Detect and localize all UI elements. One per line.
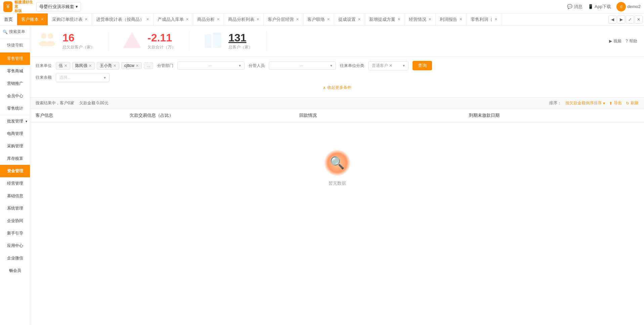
tab-cost-in[interactable]: 产成品入库单 ✕ bbox=[154, 13, 193, 26]
close-tab-customer-contact[interactable]: ✕ bbox=[327, 17, 330, 22]
tab-operation-status[interactable]: 经营情况 ✕ bbox=[405, 13, 436, 26]
video-icon: ▶ bbox=[609, 39, 612, 43]
tab-promotion-settings[interactable]: 提成设置 ✕ bbox=[334, 13, 365, 26]
filter-tag-2[interactable]: 王小亮 ✕ bbox=[97, 62, 119, 70]
sidebar-item-system[interactable]: 系统管理 bbox=[0, 202, 30, 215]
sidebar-item-marketing[interactable]: 营销推广 bbox=[0, 77, 30, 90]
help-btn[interactable]: ? 帮助 bbox=[626, 38, 637, 44]
sidebar-item-retail-stats[interactable]: 零售统计 bbox=[0, 102, 30, 115]
nav-expand-btn[interactable]: ⤢ bbox=[626, 15, 634, 24]
sidebar-item-wholesale[interactable]: 批发管理 bbox=[0, 115, 30, 128]
dept-select[interactable]: ··· ▾ bbox=[177, 62, 245, 70]
filter-row-1: 往来单位 伍 ✕ 陈民强 ✕ 王小亮 ✕ cjttcw bbox=[36, 61, 639, 70]
tab-goods-analysis-list[interactable]: 商品分析列表 ✕ bbox=[224, 13, 264, 26]
refresh-btn[interactable]: ↻ 刷新 bbox=[626, 100, 639, 106]
sidebar-item-finance[interactable]: 资金管理 bbox=[0, 165, 30, 177]
tab-purchase-orders[interactable]: 采购订单统计表 ✕ bbox=[48, 13, 92, 26]
close-tag-1[interactable]: ✕ bbox=[89, 64, 92, 68]
sidebar-item-inventory[interactable]: 库存核算 bbox=[0, 152, 30, 165]
filter-tag-3[interactable]: cjttcw ✕ bbox=[121, 62, 142, 69]
logo-area: ¥ 畅捷通好生意 标版 bbox=[3, 0, 34, 13]
nav-next-btn[interactable]: ▶ bbox=[617, 15, 625, 24]
user-avatar[interactable]: d demo2 bbox=[616, 2, 641, 11]
logo-icon: ¥ bbox=[3, 1, 12, 12]
sidebar-item-quick-nav[interactable]: 快捷导航 bbox=[1, 40, 29, 50]
close-tag-2[interactable]: ✕ bbox=[113, 64, 116, 68]
tab-customer-segment[interactable]: 客户分层经营 ✕ bbox=[264, 13, 303, 26]
tab-profit-report[interactable]: 利润报告 ✕ bbox=[436, 13, 467, 26]
sidebar-item-purchase[interactable]: 采购管理 bbox=[0, 140, 30, 152]
sidebar-item-enterprise-collab[interactable]: 企业协同 bbox=[0, 215, 30, 227]
search-icon: 🔍 bbox=[3, 30, 8, 34]
close-tab-promotion-settings[interactable]: ✕ bbox=[358, 17, 361, 22]
close-tab-cost-in[interactable]: ✕ bbox=[186, 17, 189, 22]
tab-home[interactable]: 首页 bbox=[0, 13, 17, 26]
filter-tag-1[interactable]: 陈民强 ✕ bbox=[72, 62, 95, 70]
filter-tag-more[interactable]: ... bbox=[144, 62, 153, 69]
sidebar-item-vip-member[interactable]: 畅会员 bbox=[0, 264, 30, 277]
chevron-down-icon: ▾ bbox=[76, 4, 78, 9]
sort-select[interactable]: 按欠款金额倒序排序 ▾ bbox=[565, 100, 605, 106]
close-tab-purchase-orders[interactable]: ✕ bbox=[85, 17, 88, 22]
sidebar-item-app-center[interactable]: 应用中心 bbox=[0, 240, 30, 252]
stat-total-customers: 131 总客户（家） bbox=[203, 31, 266, 51]
top-bar: ¥ 畅捷通好生意 标版 母婴行业演示账套 ▾ 💬 消息 📱 App下载 d de… bbox=[0, 0, 644, 13]
collapse-btn[interactable]: ∧ 收起更多条件 bbox=[320, 83, 354, 92]
close-tab-customer-segment[interactable]: ✕ bbox=[296, 17, 299, 22]
stat-arrears-value: -2.11 bbox=[147, 32, 176, 43]
sidebar-item-retail-mall[interactable]: 零售商城 bbox=[0, 65, 30, 77]
sidebar-item-new-guide[interactable]: 新手引导 bbox=[0, 227, 30, 240]
tab-goods-analysis[interactable]: 商品分析 ✕ bbox=[193, 13, 224, 26]
help-icon: ? bbox=[626, 39, 628, 43]
svg-marker-4 bbox=[124, 33, 140, 48]
filter-row-2: 往来余额 选择... ▾ bbox=[36, 73, 639, 82]
stats-help: ▶ 视频 ? 帮助 bbox=[609, 38, 637, 44]
col-due-date: 到期未放款日期 bbox=[469, 112, 639, 118]
svg-point-0 bbox=[41, 33, 46, 39]
refresh-icon: ↻ bbox=[626, 101, 629, 106]
tab-purchase-stats[interactable]: 进货单统计表（按商品） ✕ bbox=[92, 13, 154, 26]
close-tab-new-promotion[interactable]: ✕ bbox=[397, 17, 400, 22]
close-tab-profit-report[interactable]: ✕ bbox=[459, 17, 462, 22]
arrears-icon: ! bbox=[122, 31, 142, 51]
close-tab-goods-analysis-list[interactable]: ✕ bbox=[256, 17, 259, 22]
messages-btn[interactable]: 💬 消息 bbox=[567, 4, 583, 10]
account-selector[interactable]: 母婴行业演示账套 ▾ bbox=[36, 2, 81, 11]
sidebar-item-operations[interactable]: 经营管理 bbox=[0, 177, 30, 190]
unit-class-select[interactable]: 普通客户 ✕ ▾ bbox=[368, 61, 409, 70]
sidebar-retail-section: 零售管理 零售商城 营销推广 会员中心 零售统计 bbox=[0, 52, 30, 115]
dept-more-icon: ··· bbox=[208, 63, 212, 68]
stat-customers-label: 总欠款客户（家） bbox=[62, 44, 95, 50]
tab-new-promotion[interactable]: 新增提成方案 ✕ bbox=[365, 13, 405, 26]
close-tab-operation-status[interactable]: ✕ bbox=[428, 17, 431, 22]
nav-prev-btn[interactable]: ◀ bbox=[608, 15, 616, 24]
close-tag-3[interactable]: ✕ bbox=[136, 64, 139, 68]
filter-tag-0[interactable]: 伍 ✕ bbox=[56, 62, 70, 70]
stat-customers-value: 16 bbox=[62, 32, 95, 43]
sidebar-item-retail[interactable]: 零售管理 bbox=[0, 52, 30, 65]
close-tab-goods-analysis[interactable]: ✕ bbox=[217, 17, 220, 22]
tab-accounts[interactable]: 客户账本 ✕ bbox=[17, 13, 48, 26]
close-tab-retail-profit[interactable]: ✕ bbox=[495, 17, 498, 22]
person-select[interactable]: ··· ▾ bbox=[269, 62, 336, 70]
sidebar-item-enterprise-wechat[interactable]: 企业微信 bbox=[0, 252, 30, 264]
video-help-btn[interactable]: ▶ 视频 bbox=[609, 38, 621, 44]
close-tag-0[interactable]: ✕ bbox=[64, 64, 67, 68]
export-btn[interactable]: ⬆ 导出 bbox=[609, 100, 622, 106]
sidebar-item-ecommerce[interactable]: 电商管理 bbox=[0, 128, 30, 140]
result-bar: 搜索结果中，客户0家 欠款金额 0.00元 排序： 按欠款金额倒序排序 ▾ ⬆ … bbox=[30, 98, 644, 109]
tab-customer-contact[interactable]: 客户联络 ✕ bbox=[303, 13, 334, 26]
svg-text:!: ! bbox=[130, 40, 132, 46]
sidebar-item-members[interactable]: 会员中心 bbox=[0, 90, 30, 102]
balance-select[interactable]: 选择... ▾ bbox=[56, 73, 110, 82]
svg-rect-7 bbox=[213, 33, 221, 48]
query-button[interactable]: 查询 bbox=[413, 61, 432, 70]
close-tab-purchase-stats[interactable]: ✕ bbox=[146, 17, 149, 22]
close-tab-accounts[interactable]: ✕ bbox=[41, 17, 44, 22]
nav-close-btn[interactable]: ✕ bbox=[635, 15, 643, 24]
tab-retail-profit[interactable]: 零售利润（ ✕ bbox=[467, 13, 502, 26]
close-unit-class[interactable]: ✕ bbox=[389, 63, 392, 68]
search-menu-btn[interactable]: 🔍 搜索菜单 bbox=[0, 26, 30, 38]
app-download-btn[interactable]: 📱 App下载 bbox=[588, 4, 611, 10]
sidebar-item-basic-info[interactable]: 基础信息 bbox=[0, 190, 30, 202]
